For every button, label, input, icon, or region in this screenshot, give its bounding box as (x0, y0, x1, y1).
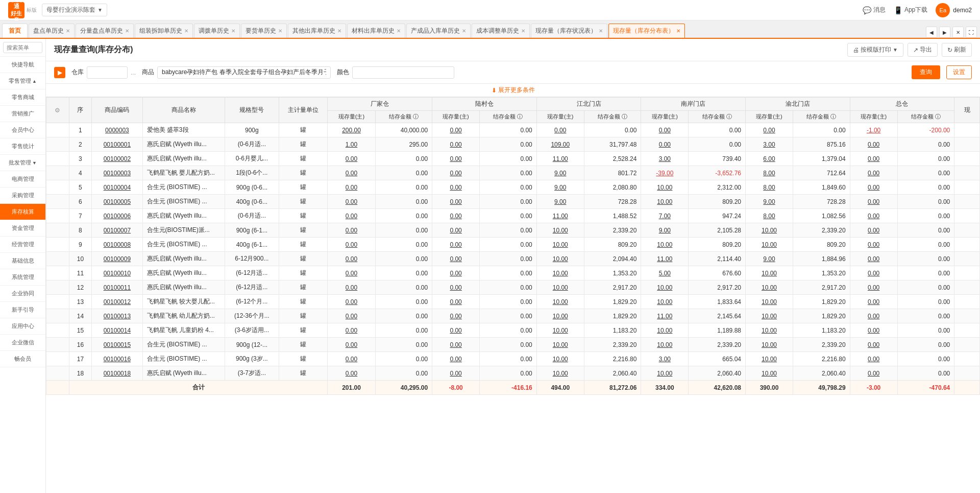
tab-nav-prev[interactable]: ◀ (926, 27, 937, 38)
cell-yb-qty[interactable]: 9.00 (745, 195, 793, 209)
color-input[interactable] (352, 66, 454, 79)
close-icon[interactable]: ✕ (397, 28, 401, 34)
close-icon[interactable]: ✕ (66, 28, 70, 34)
cell-jb-qty[interactable]: 11.00 (536, 152, 584, 166)
tab-fullscreen[interactable]: ⛶ (966, 27, 977, 38)
cell-fac-qty[interactable]: 0.00 (328, 152, 375, 166)
cell-na-qty[interactable]: 10.00 (641, 295, 689, 309)
cell-lud-qty[interactable]: 0.00 (432, 152, 480, 166)
cell-total-qty[interactable]: 0.00 (850, 266, 897, 280)
sidebar-item-retail[interactable]: 零售管理▲ (0, 73, 45, 89)
cell-fac-qty[interactable]: 0.00 (328, 252, 375, 266)
cell-yb-qty[interactable]: 6.00 (745, 152, 793, 166)
cell-total-qty[interactable]: -1.00 (850, 123, 897, 137)
cell-na-qty[interactable]: 11.00 (641, 309, 689, 323)
cell-jb-qty[interactable]: 109.00 (536, 137, 584, 152)
cell-na-qty[interactable]: 10.00 (641, 366, 689, 381)
tab-home[interactable]: 首页 (2, 24, 28, 38)
cell-total-qty[interactable]: 0.00 (850, 252, 897, 266)
setting-btn[interactable]: 设置 (946, 65, 972, 79)
export-btn[interactable]: ↗ 导出 (908, 43, 938, 57)
cell-total-qty[interactable]: 0.00 (850, 280, 897, 295)
cell-code[interactable]: 00100001 (92, 137, 142, 152)
cell-fac-qty[interactable]: 0.00 (328, 223, 375, 238)
cell-total-qty[interactable]: 0.00 (850, 195, 897, 209)
tab-cost-adjust[interactable]: 成本调整单历史 ✕ (472, 24, 530, 38)
print-btn[interactable]: 🖨 按模版打印 ▼ (847, 43, 903, 57)
cell-na-qty[interactable]: 10.00 (641, 195, 689, 209)
cell-total-qty[interactable]: 0.00 (850, 166, 897, 180)
cell-total-qty[interactable]: 0.00 (850, 323, 897, 338)
cell-lud-qty[interactable]: 0.00 (432, 209, 480, 223)
cell-yb-qty[interactable]: 10.00 (745, 295, 793, 309)
sidebar-item-appcenter[interactable]: 应用中心 (0, 318, 45, 335)
close-icon[interactable]: ✕ (599, 28, 603, 34)
sidebar-item-collab[interactable]: 企业协同 (0, 286, 45, 302)
cell-lud-qty[interactable]: 0.00 (432, 280, 480, 295)
cell-na-qty[interactable]: 3.00 (641, 152, 689, 166)
cell-jb-qty[interactable]: 10.00 (536, 295, 584, 309)
cell-code[interactable]: 00100003 (92, 166, 142, 180)
cell-code[interactable]: 00100015 (92, 338, 142, 352)
search-sidebar-area[interactable] (0, 39, 45, 57)
tab-stock-distribution[interactable]: 现存量（库存分布表） ✕ (608, 24, 685, 38)
cell-jb-qty[interactable]: 10.00 (536, 352, 584, 366)
cell-lud-qty[interactable]: 0.00 (432, 323, 480, 338)
cell-code[interactable]: 00100010 (92, 266, 142, 280)
cell-lud-qty[interactable]: 0.00 (432, 195, 480, 209)
cell-jb-qty[interactable]: 9.00 (536, 195, 584, 209)
cell-lud-qty[interactable]: 0.00 (432, 366, 480, 381)
cell-fac-qty[interactable]: 0.00 (328, 280, 375, 295)
cell-jb-qty[interactable]: 0.00 (536, 123, 584, 137)
cell-lud-qty[interactable]: 0.00 (432, 123, 480, 137)
cell-total-qty[interactable]: 0.00 (850, 180, 897, 195)
cell-code[interactable]: 00100018 (92, 366, 142, 381)
close-icon[interactable]: ✕ (462, 28, 466, 34)
cell-na-qty[interactable]: 10.00 (641, 238, 689, 252)
cell-total-qty[interactable]: 0.00 (850, 223, 897, 238)
close-icon[interactable]: ✕ (125, 28, 129, 34)
cell-fac-qty[interactable]: 0.00 (328, 352, 375, 366)
close-icon[interactable]: ✕ (231, 28, 235, 34)
cell-code[interactable]: 00100012 (92, 295, 142, 309)
cell-yb-qty[interactable]: 8.00 (745, 166, 793, 180)
cell-total-qty[interactable]: 0.00 (850, 152, 897, 166)
cell-yb-qty[interactable]: 8.00 (745, 209, 793, 223)
cell-code[interactable]: 00100007 (92, 223, 142, 238)
cell-fac-qty[interactable]: 0.00 (328, 338, 375, 352)
cell-fac-qty[interactable]: 0.00 (328, 195, 375, 209)
tab-product-inbound[interactable]: 产成品入库单历史 ✕ (406, 24, 471, 38)
cell-lud-qty[interactable]: 0.00 (432, 266, 480, 280)
cell-jb-qty[interactable]: 9.00 (536, 180, 584, 195)
cell-yb-qty[interactable]: 10.00 (745, 352, 793, 366)
search-sidebar-input[interactable] (3, 42, 42, 53)
tab-inventory-check[interactable]: 盘点单历史 ✕ (29, 24, 75, 38)
sidebar-item-retailstats[interactable]: 零售统计 (0, 138, 45, 155)
cell-jb-qty[interactable]: 10.00 (536, 238, 584, 252)
warehouse-input[interactable] (87, 66, 128, 79)
cell-na-qty[interactable]: 7.00 (641, 209, 689, 223)
cell-lud-qty[interactable]: 0.00 (432, 252, 480, 266)
close-icon[interactable]: ✕ (676, 28, 680, 34)
cell-jb-qty[interactable]: 10.00 (536, 323, 584, 338)
cell-jb-qty[interactable]: 10.00 (536, 223, 584, 238)
cell-code[interactable]: 00100016 (92, 352, 142, 366)
refresh-btn[interactable]: ↻ 刷新 (942, 43, 972, 57)
cell-fac-qty[interactable]: 0.00 (328, 366, 375, 381)
sidebar-item-members[interactable]: 会员中心 (0, 122, 45, 138)
cell-na-qty[interactable]: -39.00 (641, 166, 689, 180)
cell-jb-qty[interactable]: 10.00 (536, 366, 584, 381)
company-selector[interactable]: 母婴行业演示陈套 ▼ (42, 4, 107, 16)
close-icon[interactable]: ✕ (278, 28, 282, 34)
cell-jb-qty[interactable]: 10.00 (536, 266, 584, 280)
cell-total-qty[interactable]: 0.00 (850, 338, 897, 352)
product-input[interactable] (157, 66, 331, 79)
sidebar-item-members2[interactable]: 畅会员 (0, 351, 45, 367)
cell-code[interactable]: 00100013 (92, 309, 142, 323)
cell-fac-qty[interactable]: 0.00 (328, 238, 375, 252)
cell-jb-qty[interactable]: 10.00 (536, 309, 584, 323)
sidebar-item-basicinfo[interactable]: 基础信息 (0, 253, 45, 269)
tab-stock-status[interactable]: 现存量（库存状况表） ✕ (531, 24, 607, 38)
cell-code[interactable]: 00100011 (92, 280, 142, 295)
app-download-btn[interactable]: 📱 App下载 (894, 6, 927, 14)
